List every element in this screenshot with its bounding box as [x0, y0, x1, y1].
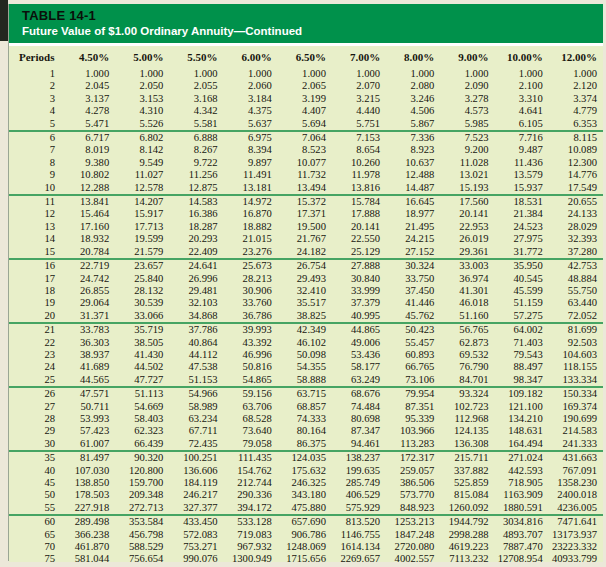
value-cell: 64.002 [495, 323, 549, 336]
value-cell: 2.090 [440, 80, 494, 92]
value-cell: 86.375 [278, 438, 332, 451]
value-cell: 50.711 [61, 401, 115, 413]
value-cell: 22.719 [61, 259, 115, 272]
value-cell: 54.865 [224, 374, 278, 387]
value-cell: 172.317 [386, 451, 440, 464]
period-cell: 14 [9, 233, 61, 245]
value-cell: 15.464 [61, 208, 115, 220]
value-cell: 58.403 [115, 413, 169, 425]
value-cell: 11.732 [278, 169, 332, 181]
value-cell: 45.599 [495, 285, 549, 297]
value-cell: 906.786 [278, 529, 332, 541]
value-cell: 61.007 [61, 438, 115, 451]
value-cell: 14.972 [224, 195, 278, 208]
value-cell: 4.641 [495, 105, 549, 117]
annuity-table: Periods4.50%5.00%5.50%6.00%6.50%7.00%8.0… [9, 49, 603, 567]
value-cell: 44.565 [61, 374, 115, 387]
value-cell: 6.888 [169, 131, 223, 144]
value-cell: 29.481 [169, 285, 223, 297]
value-cell: 572.083 [169, 529, 223, 541]
value-cell: 17.160 [61, 221, 115, 233]
value-cell: 4.573 [440, 105, 494, 117]
value-cell: 19.500 [278, 221, 332, 233]
value-cell: 18.932 [61, 233, 115, 245]
value-cell: 10.802 [61, 169, 115, 181]
value-cell: 4002.557 [386, 553, 440, 565]
value-cell: 26.996 [169, 273, 223, 285]
value-cell: 133.334 [549, 374, 603, 387]
value-cell: 63.234 [169, 413, 223, 425]
value-cell: 6.353 [549, 118, 603, 131]
value-cell: 94.461 [332, 438, 386, 451]
value-cell: 394.172 [224, 502, 278, 515]
value-cell: 7113.232 [440, 553, 494, 565]
value-cell: 8.115 [549, 131, 603, 144]
value-cell: 227.918 [61, 502, 115, 515]
value-cell: 14.487 [386, 182, 440, 195]
value-cell: 456.798 [115, 529, 169, 541]
table-row: 75581.044756.654990.0761300.9491715.6562… [9, 553, 603, 565]
value-cell: 42.349 [278, 323, 332, 336]
table-row: 1520.78421.57922.40923.27624.18225.12927… [9, 246, 603, 259]
table-row: 33.1373.1533.1683.1843.1993.2153.2463.27… [9, 93, 603, 105]
value-cell: 353.584 [115, 515, 169, 528]
table-row: 55.4715.5265.5815.6375.6945.7515.8675.98… [9, 118, 603, 131]
value-cell: 5.526 [115, 118, 169, 131]
period-cell: 1 [9, 68, 61, 80]
value-cell: 62.873 [440, 337, 494, 349]
value-cell: 9.487 [495, 144, 549, 156]
value-cell: 73.106 [386, 374, 440, 387]
value-cell: 35.719 [115, 323, 169, 336]
rate-column-header: 6.50% [278, 49, 332, 68]
value-cell: 98.347 [495, 374, 549, 387]
value-cell: 34.868 [169, 310, 223, 323]
value-cell: 51.153 [169, 374, 223, 387]
value-cell: 1.000 [440, 68, 494, 80]
value-cell: 10.637 [386, 157, 440, 169]
value-cell: 59.156 [224, 387, 278, 400]
value-cell: 44.502 [115, 361, 169, 373]
value-cell: 7.336 [386, 131, 440, 144]
value-cell: 13.181 [224, 182, 278, 195]
value-cell: 13.494 [278, 182, 332, 195]
value-cell: 13.841 [61, 195, 115, 208]
value-cell: 107.030 [61, 465, 115, 477]
period-cell: 15 [9, 246, 61, 259]
value-cell: 175.632 [278, 465, 332, 477]
value-cell: 2.055 [169, 80, 223, 92]
value-cell: 93.324 [440, 387, 494, 400]
value-cell: 76.790 [440, 361, 494, 373]
table-row: 3061.00766.43972.43579.05886.37594.46111… [9, 438, 603, 451]
table-row: 44.2784.3104.3424.3754.4074.4404.5064.57… [9, 105, 603, 117]
value-cell: 2.045 [61, 80, 115, 92]
period-cell: 20 [9, 310, 61, 323]
value-cell: 121.100 [495, 401, 549, 413]
value-cell: 13.579 [495, 169, 549, 181]
value-cell: 74.333 [278, 413, 332, 425]
value-cell: 12.488 [386, 169, 440, 181]
value-cell: 2.065 [278, 80, 332, 92]
value-cell: 26.855 [61, 285, 115, 297]
value-cell: 124.135 [440, 425, 494, 437]
value-cell: 33.066 [115, 310, 169, 323]
table-row: 1622.71923.65724.64125.67326.75427.88830… [9, 259, 603, 272]
value-cell: 118.155 [549, 361, 603, 373]
value-cell: 5.985 [440, 118, 494, 131]
value-cell: 21.015 [224, 233, 278, 245]
value-cell: 6.717 [61, 131, 115, 144]
value-cell: 58.989 [169, 401, 223, 413]
value-cell: 18.977 [386, 208, 440, 220]
value-cell: 9.380 [61, 157, 115, 169]
value-cell: 2269.657 [332, 553, 386, 565]
period-cell: 28 [9, 413, 61, 425]
column-header-row: Periods4.50%5.00%5.50%6.00%6.50%7.00%8.0… [9, 49, 603, 68]
value-cell: 30.324 [386, 259, 440, 272]
value-cell: 29.493 [278, 273, 332, 285]
value-cell: 30.840 [332, 273, 386, 285]
value-cell: 138.237 [332, 451, 386, 464]
value-cell: 8.923 [386, 144, 440, 156]
value-cell: 25.129 [332, 246, 386, 259]
value-cell: 533.128 [224, 515, 278, 528]
value-cell: 199.635 [332, 465, 386, 477]
value-cell: 5.637 [224, 118, 278, 131]
